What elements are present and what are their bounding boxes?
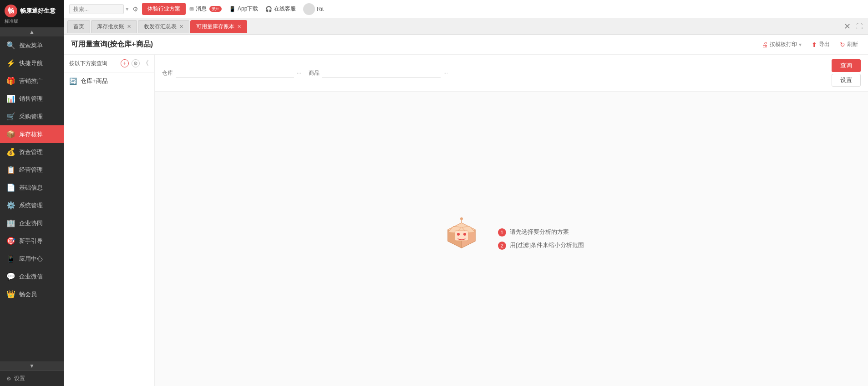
sidebar-item-marketing[interactable]: 🎁 营销推广 [0, 72, 64, 90]
tab-bar-close-button[interactable]: ✕ [841, 21, 853, 31]
filter-add-button[interactable]: + [121, 59, 129, 67]
topbar-dropdown-icon[interactable]: ▾ [126, 5, 129, 12]
svg-point-10 [460, 217, 463, 220]
filter-panel-header: 按以下方案查询 + ⚙ 《 [64, 55, 154, 72]
query-button[interactable]: 查询 [832, 59, 861, 72]
product-input[interactable] [322, 68, 441, 78]
topbar-search-input[interactable] [69, 4, 124, 14]
sidebar-item-label-search: 搜索菜单 [19, 41, 43, 50]
page-actions: 🖨 按模板打印 ▾ ⬆ 导出 ↻ 刷新 [759, 39, 861, 50]
sidebar-item-newbie[interactable]: 🎯 新手引导 [0, 232, 64, 250]
sidebar-item-label-newbie: 新手引导 [19, 237, 43, 245]
sales-icon: 📊 [6, 94, 15, 103]
user-avatar-area[interactable]: Rit [303, 3, 324, 15]
topbar-right: ✉ 消息 99+ 📱 App下载 🎧 在线客服 Rit [189, 3, 324, 15]
warehouse-input[interactable] [176, 68, 294, 78]
app-subtitle: 标准版 [5, 18, 18, 25]
sidebar-item-label-operations: 经营管理 [19, 166, 43, 174]
sidebar-item-label-purchase: 采购管理 [19, 113, 43, 121]
tabbar: 首页库存批次账✕收发存汇总表✕可用量库存账本✕✕ ⛶ [64, 18, 868, 35]
warehouse-label: 仓库 [162, 69, 173, 77]
sidebar-item-label-basicinfo: 基础信息 [19, 184, 43, 192]
sidebar-footer[interactable]: ⚙ 设置 [0, 371, 64, 386]
sidebar-item-funds[interactable]: 💰 资金管理 [0, 143, 64, 161]
sidebar-scroll-down[interactable]: ▼ [0, 361, 64, 371]
enterprise-icon: 🏢 [6, 219, 15, 227]
empty-tip-2-text: 用[过滤]条件来缩小分析范围 [510, 241, 584, 249]
refresh-icon: ↻ [840, 41, 845, 48]
sidebar-item-inventory[interactable]: 📦 库存核算 [0, 125, 64, 143]
message-badge: 99+ [209, 6, 222, 12]
filter-collapse-button[interactable]: 《 [142, 59, 149, 67]
sidebar-item-shortcut[interactable]: ⚡ 快捷导航 [0, 54, 64, 72]
sidebar: 畅 畅康通好生意 标准版 ▲ 🔍 搜索菜单 ⚡ 快捷导航 🎁 营销推广 📊 销售… [0, 0, 64, 386]
sidebar-item-system[interactable]: ⚙️ 系统管理 [0, 196, 64, 214]
sidebar-header: 畅 畅康通好生意 标准版 [0, 0, 64, 27]
sidebar-item-wechat[interactable]: 💬 企业微信 [0, 268, 64, 285]
sidebar-item-sales[interactable]: 📊 销售管理 [0, 90, 64, 108]
member-icon: 👑 [6, 290, 15, 299]
phone-icon: 📱 [229, 6, 236, 12]
wechat-icon: 💬 [6, 272, 15, 281]
sidebar-item-enterprise[interactable]: 🏢 企业协同 [0, 214, 64, 232]
query-area: 仓库 ··· 商品 ··· 查询 设置 [155, 55, 868, 386]
print-icon: 🖨 [761, 41, 768, 48]
tab-close-batch_account[interactable]: ✕ [127, 24, 131, 30]
tab-bar-expand-button[interactable]: ⛶ [854, 23, 864, 30]
tab-home[interactable]: 首页 [67, 20, 90, 33]
message-icon: ✉ [189, 6, 194, 12]
print-dropdown-icon[interactable]: ▾ [799, 41, 802, 48]
svg-rect-6 [455, 231, 468, 241]
funds-icon: 💰 [6, 148, 15, 156]
tab-label-batch_account: 库存批次账 [97, 23, 124, 31]
main-area: ▾ ⚙ 体验行业方案 ✉ 消息 99+ 📱 App下载 🎧 在线客服 Rit [64, 0, 868, 386]
tab-label-receipt_summary: 收发存汇总表 [144, 23, 177, 31]
tab-close-available_ledger[interactable]: ✕ [237, 24, 241, 30]
app-download-button[interactable]: 📱 App下载 [229, 5, 258, 13]
sidebar-item-member[interactable]: 👑 畅会员 [0, 285, 64, 303]
query-bar: 仓库 ··· 商品 ··· 查询 设置 [155, 55, 868, 92]
tab-available_ledger[interactable]: 可用量库存账本✕ [190, 20, 247, 33]
refresh-button[interactable]: ↻ 刷新 [837, 39, 861, 50]
empty-tip-1: 1 请先选择要分析的方案 [498, 228, 584, 237]
filter-panel-actions: + ⚙ 《 [121, 59, 149, 67]
app-title: 畅康通好生意 [20, 7, 56, 15]
warehouse-more-icon[interactable]: ··· [297, 70, 301, 76]
empty-tips: 1 请先选择要分析的方案 2 用[过滤]条件来缩小分析范围 [498, 228, 584, 250]
topbar: ▾ ⚙ 体验行业方案 ✉ 消息 99+ 📱 App下载 🎧 在线客服 Rit [64, 0, 868, 18]
industry-solution-button[interactable]: 体验行业方案 [142, 3, 186, 15]
export-button[interactable]: ⬆ 导出 [809, 39, 832, 50]
purchase-icon: 🛒 [6, 112, 15, 121]
tab-label-home: 首页 [73, 23, 84, 31]
product-label: 商品 [309, 69, 320, 77]
filter-settings-button[interactable]: ⚙ [132, 59, 140, 67]
inventory-icon: 📦 [6, 130, 15, 139]
app-logo-icon: 畅 [5, 5, 17, 17]
shortcut-icon: ⚡ [6, 59, 15, 67]
topbar-gear-icon[interactable]: ⚙ [132, 5, 138, 13]
sidebar-item-search[interactable]: 🔍 搜索菜单 [0, 36, 64, 54]
sidebar-item-label-system: 系统管理 [19, 201, 43, 210]
filter-panel-title: 按以下方案查询 [69, 60, 107, 67]
sidebar-item-purchase[interactable]: 🛒 采购管理 [0, 108, 64, 125]
customer-service-button[interactable]: 🎧 在线客服 [265, 5, 296, 13]
topbar-search-area: ▾ [69, 4, 129, 14]
query-settings-button[interactable]: 设置 [832, 74, 861, 87]
sidebar-item-appcenter[interactable]: 📱 应用中心 [0, 250, 64, 268]
product-field: 商品 ··· [309, 68, 448, 78]
settings-icon: ⚙ [6, 376, 11, 382]
print-template-button[interactable]: 🖨 按模板打印 ▾ [759, 39, 804, 50]
marketing-icon: 🎁 [6, 77, 15, 85]
tab-close-receipt_summary[interactable]: ✕ [179, 24, 183, 30]
tab-batch_account[interactable]: 库存批次账✕ [91, 20, 137, 33]
query-actions: 查询 设置 [832, 59, 861, 87]
avatar [303, 3, 315, 15]
sidebar-scroll-up[interactable]: ▲ [0, 27, 64, 36]
filter-item-warehouse-product[interactable]: 🔄 仓库+商品 [64, 72, 154, 90]
tab-receipt_summary[interactable]: 收发存汇总表✕ [138, 20, 189, 33]
product-more-icon[interactable]: ··· [443, 70, 448, 76]
message-button[interactable]: ✉ 消息 99+ [189, 5, 222, 13]
system-icon: ⚙️ [6, 201, 15, 210]
sidebar-item-operations[interactable]: 📋 经营管理 [0, 161, 64, 179]
sidebar-item-basicinfo[interactable]: 📄 基础信息 [0, 179, 64, 196]
